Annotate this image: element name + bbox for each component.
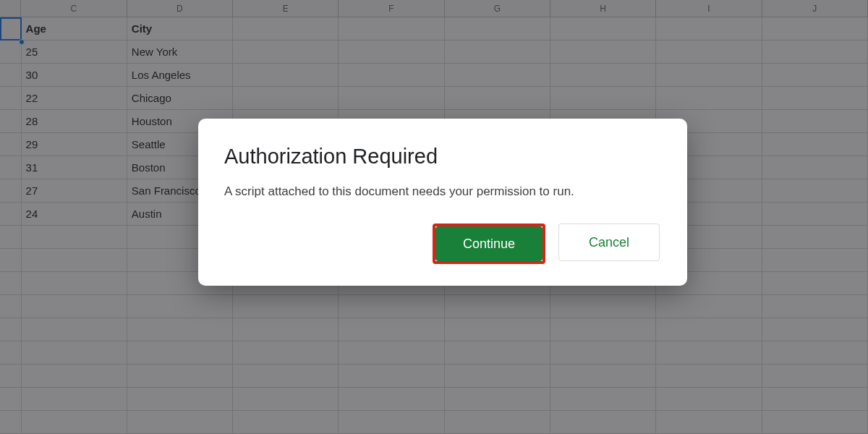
dialog-message: A script attached to this document needs… [224,184,661,199]
dialog-button-row: Continue Cancel [224,224,661,264]
dialog-title: Authorization Required [224,145,661,169]
continue-button[interactable]: Continue [435,226,542,261]
cancel-button[interactable]: Cancel [558,224,660,261]
continue-button-highlight: Continue [433,224,545,264]
authorization-dialog: Authorization Required A script attached… [198,119,687,286]
